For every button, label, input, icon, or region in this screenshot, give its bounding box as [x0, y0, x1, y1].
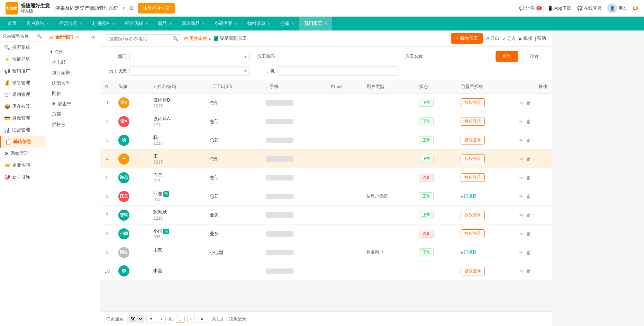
- auth-button[interactable]: 授权登录: [461, 155, 485, 163]
- more-filter-button[interactable]: ⊞ 更多条件 ▴: [184, 35, 211, 42]
- dept-filter-select[interactable]: ▾: [129, 52, 250, 61]
- dept-edit-icon[interactable]: ✏: [75, 34, 80, 40]
- nav-tab-经营历程[interactable]: 经营历程 ✕: [120, 17, 153, 30]
- edit-icon[interactable]: ✏: [519, 194, 524, 199]
- auth-button[interactable]: 授权登录: [461, 98, 485, 107]
- auth-button[interactable]: 授权登录: [461, 211, 485, 219]
- sidebar-item-销售管理[interactable]: 💰销售管理: [0, 77, 45, 89]
- dept-item-小电部[interactable]: 小电部: [45, 57, 100, 68]
- sidebar-item-营销推广[interactable]: 📢营销推广: [0, 65, 45, 77]
- nav-tab-物料清单[interactable]: 物料清单 ✕: [243, 17, 275, 30]
- delete-icon[interactable]: 🗑: [526, 212, 531, 218]
- message-button[interactable]: 💬 消息 5: [519, 5, 542, 11]
- delete-icon[interactable]: 🗑: [526, 268, 531, 274]
- auth-button[interactable]: 授权登录: [461, 117, 485, 126]
- tab-close-icon[interactable]: ✕: [324, 21, 327, 26]
- emp-name-input[interactable]: [426, 52, 490, 61]
- tab-close-icon[interactable]: ✕: [291, 21, 294, 26]
- sidebar-item-快捷导航[interactable]: ⚡快捷导航: [0, 53, 45, 65]
- tab-close-icon[interactable]: ✕: [202, 21, 205, 26]
- edit-icon[interactable]: ✏: [519, 138, 524, 143]
- tab-close-icon[interactable]: ✕: [145, 21, 148, 26]
- add-employee-button[interactable]: + 新增员工: [451, 33, 482, 44]
- dept-item-总部[interactable]: ▼ 总部: [45, 47, 100, 57]
- col-phone[interactable]: ↕ 手机: [262, 80, 327, 94]
- edit-icon[interactable]: ✏: [519, 100, 524, 106]
- sidebar-item-库存核算[interactable]: 📦库存核算: [0, 100, 45, 112]
- sidebar-item-搜索菜单[interactable]: 🔍搜索菜单: [0, 42, 45, 53]
- col-name[interactable]: ↕ 姓名/编码: [149, 80, 206, 94]
- show-resigned-checkbox[interactable]: [214, 36, 218, 41]
- sidebar-item-系统管理[interactable]: ⚙系统管理: [0, 148, 45, 159]
- sidebar-item-资金管理[interactable]: 💳资金管理: [0, 112, 45, 124]
- delete-icon[interactable]: 🗑: [526, 138, 531, 143]
- dept-item-双虚想[interactable]: ▶ 双虚想: [45, 99, 100, 109]
- user-button[interactable]: 👤 用友: [607, 3, 627, 13]
- nav-tab-新增商品[interactable]: 新增商品 ✕: [177, 17, 210, 30]
- edit-icon[interactable]: ✏: [519, 268, 524, 274]
- emp-status-select[interactable]: ▾: [129, 66, 250, 76]
- edit-icon[interactable]: ✏: [519, 250, 524, 255]
- prev-page-button[interactable]: ‹: [158, 315, 165, 323]
- nav-tab-利润报告[interactable]: 利润报告 ✕: [87, 17, 120, 30]
- nav-tab-条码方案[interactable]: 条码方案 ✕: [210, 17, 243, 30]
- emp-code-input[interactable]: [278, 52, 398, 61]
- tab-close-icon[interactable]: ✕: [267, 21, 271, 26]
- edit-icon[interactable]: ✏: [519, 212, 524, 218]
- auth-button[interactable]: 授权登录: [461, 229, 485, 238]
- dept-item-配货[interactable]: 配货: [45, 88, 100, 99]
- dept-item-总部[interactable]: 总部: [45, 109, 100, 120]
- delete-icon[interactable]: 🗑: [526, 156, 531, 162]
- auth-button[interactable]: 授权登录: [461, 267, 485, 275]
- auth-button[interactable]: 授权登录: [461, 173, 485, 182]
- first-page-button[interactable]: «: [146, 315, 155, 323]
- delete-icon[interactable]: 🗑: [526, 231, 531, 237]
- nav-tab-经营情况[interactable]: 经营情况 ✕: [54, 17, 87, 30]
- nav-tab-部门员工[interactable]: 部门员工 ✕: [299, 17, 332, 30]
- sidebar-item-采购管理[interactable]: 🛒采购管理: [0, 89, 45, 100]
- import-button[interactable]: ↙ 导入: [502, 35, 516, 42]
- show-resigned-toggle[interactable]: 显示离职员工: [214, 35, 247, 42]
- nav-tab-仓库[interactable]: 仓库 ✕: [275, 17, 299, 30]
- delete-icon[interactable]: 🗑: [526, 119, 531, 124]
- sidebar-item-新手引导[interactable]: 🎯新手引导: [0, 171, 45, 183]
- export-button[interactable]: ↗ 导出: [486, 35, 499, 42]
- tab-close-icon[interactable]: ✕: [79, 21, 82, 26]
- delete-icon[interactable]: 🗑: [526, 100, 531, 106]
- col-settings[interactable]: ⚙: [100, 80, 114, 94]
- sidebar-item-企业协同[interactable]: 🤝企业协同: [0, 159, 45, 171]
- page-size-select[interactable]: 50: [127, 315, 144, 323]
- next-page-button[interactable]: ›: [187, 315, 195, 323]
- phone-input[interactable]: [278, 66, 398, 76]
- reset-button[interactable]: 设置: [523, 51, 546, 62]
- tab-close-icon[interactable]: ✕: [46, 21, 49, 26]
- app-download-button[interactable]: 📱 App下载: [547, 5, 571, 11]
- online-support-button[interactable]: 🎧 在线客服: [577, 5, 602, 11]
- dept-item-沈阳大库[interactable]: 沈阳大库: [45, 78, 100, 88]
- nav-tab-客户联络[interactable]: 客户联络 ✕: [21, 17, 54, 30]
- delete-icon[interactable]: 🗑: [526, 250, 531, 255]
- sidebar-item-经营管理[interactable]: 📊经营管理: [0, 124, 45, 136]
- sidebar-search-input[interactable]: [3, 34, 35, 38]
- query-button[interactable]: 查询: [496, 51, 518, 62]
- dept-item-项目库房[interactable]: 项目库房: [45, 68, 100, 78]
- dept-item-插树王二[interactable]: 插树王二: [45, 120, 100, 130]
- help-button[interactable]: | 帮助: [535, 35, 546, 42]
- nav-tab-首页[interactable]: 首页: [3, 17, 21, 30]
- delete-icon[interactable]: 🗑: [526, 194, 531, 199]
- tab-close-icon[interactable]: ✕: [169, 21, 172, 26]
- search-input[interactable]: [109, 36, 171, 41]
- edit-icon[interactable]: ✏: [519, 156, 524, 162]
- gear-icon[interactable]: ⚙: [129, 5, 134, 11]
- edit-icon[interactable]: ✏: [519, 119, 524, 124]
- nav-tab-商品[interactable]: 商品 ✕: [153, 17, 177, 30]
- sidebar-item-基础信息[interactable]: 📋基础信息: [0, 136, 45, 148]
- dept-collapse-icon[interactable]: ≪: [91, 35, 96, 40]
- auth-button[interactable]: 授权登录: [461, 136, 485, 144]
- trial-button[interactable]: 体验行业方案: [138, 3, 175, 14]
- delete-icon[interactable]: 🗑: [526, 175, 531, 180]
- edit-icon[interactable]: ✏: [519, 175, 524, 180]
- view-button[interactable]: ▶ 视频: [519, 35, 532, 42]
- tab-close-icon[interactable]: ✕: [235, 21, 238, 26]
- tab-close-icon[interactable]: ✕: [112, 21, 115, 26]
